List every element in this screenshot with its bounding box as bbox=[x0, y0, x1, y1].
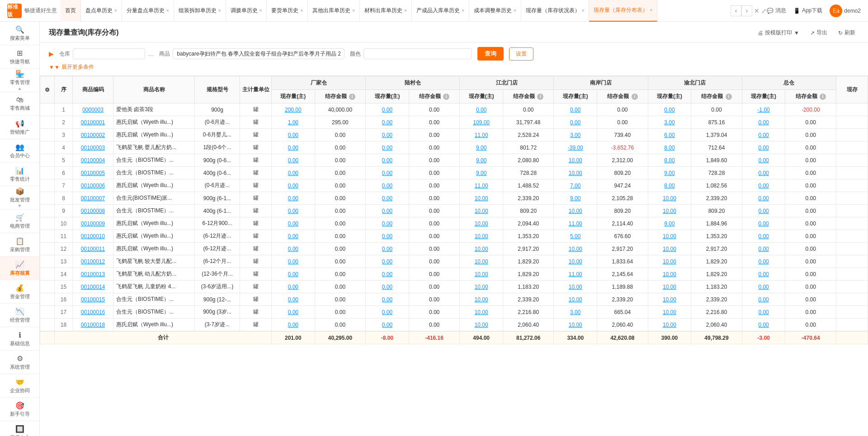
user-menu[interactable]: Ea demo2 bbox=[830, 5, 861, 17]
tab-close-btn[interactable]: × bbox=[166, 8, 169, 13]
tab-[interactable]: 盘点单历史 × bbox=[81, 0, 122, 22]
table-cell[interactable]: 0.00 bbox=[366, 268, 409, 281]
table-cell[interactable]: 0.00 bbox=[272, 205, 315, 217]
table-cell[interactable]: 200.00 bbox=[272, 103, 315, 116]
table-cell[interactable]: 10.00 bbox=[648, 230, 691, 243]
sidebar-item-采购管理[interactable]: 📋采购管理 bbox=[0, 233, 39, 257]
table-cell[interactable]: 10.00 bbox=[460, 205, 503, 217]
tab-[interactable]: 材料出库单历史 × bbox=[360, 0, 412, 22]
table-cell[interactable]: 0.00 bbox=[366, 281, 409, 293]
tab-close-btn[interactable]: × bbox=[259, 8, 262, 13]
table-cell[interactable]: 00100005 bbox=[73, 167, 113, 179]
table-cell[interactable]: 9.00 bbox=[648, 167, 691, 179]
tab-close-btn[interactable]: × bbox=[650, 8, 652, 13]
table-cell[interactable]: 0.00 bbox=[460, 103, 503, 116]
tab-[interactable]: 调拨单历史 × bbox=[226, 0, 267, 22]
table-cell[interactable]: 0.00 bbox=[366, 217, 409, 230]
table-cell[interactable]: 0.00 bbox=[742, 179, 785, 192]
table-cell[interactable]: 00100008 bbox=[73, 205, 113, 217]
table-cell[interactable]: 0.00 bbox=[742, 205, 785, 217]
table-cell[interactable]: 0.00 bbox=[366, 154, 409, 167]
table-cell[interactable]: 9.00 bbox=[460, 167, 503, 179]
sidebar-item-会员中心[interactable]: 👥会员中心 bbox=[0, 139, 39, 163]
tab-close-btn[interactable]: × bbox=[514, 8, 516, 13]
product-input[interactable] bbox=[173, 48, 344, 59]
table-cell[interactable]: 0.00 bbox=[272, 154, 315, 167]
table-cell[interactable]: 9.00 bbox=[460, 154, 503, 167]
table-cell[interactable]: 0.00 bbox=[742, 192, 785, 205]
table-cell[interactable]: 0.00 bbox=[272, 319, 315, 332]
table-cell[interactable]: 0.00 bbox=[366, 205, 409, 217]
table-cell[interactable]: 0.00 bbox=[366, 167, 409, 179]
msg-btn[interactable]: 💬 消息 bbox=[767, 7, 786, 14]
warehouse-input[interactable] bbox=[73, 48, 145, 59]
table-cell[interactable]: 10.00 bbox=[460, 268, 503, 281]
table-cell[interactable]: 0.00 bbox=[366, 306, 409, 319]
table-cell[interactable]: 0.00 bbox=[366, 103, 409, 116]
sidebar-item-经营管理[interactable]: 📉经营管理 bbox=[0, 304, 39, 327]
table-cell[interactable]: 0.00 bbox=[742, 268, 785, 281]
table-cell[interactable]: 0.00 bbox=[742, 319, 785, 332]
tab-[interactable]: 要货单历史 × bbox=[267, 0, 308, 22]
sidebar-item-新手引导[interactable]: 🎯新手引导 bbox=[0, 398, 39, 421]
table-cell[interactable]: 0.00 bbox=[272, 293, 315, 306]
sidebar-item-快捷导航[interactable]: ⊞快捷导航 bbox=[0, 45, 39, 69]
table-cell[interactable]: 7.00 bbox=[554, 179, 597, 192]
tab-close-btn[interactable]: × bbox=[300, 8, 303, 13]
table-cell[interactable]: 0.00 bbox=[272, 192, 315, 205]
tab-[interactable]: 其他出库单历史 × bbox=[308, 0, 360, 22]
tab-close-btn[interactable]: × bbox=[352, 8, 355, 13]
table-cell[interactable]: 10.00 bbox=[460, 243, 503, 255]
export-btn[interactable]: ↗ 导出 bbox=[807, 27, 831, 38]
table-cell[interactable]: 0.00 bbox=[742, 217, 785, 230]
table-cell[interactable]: 0.00 bbox=[366, 141, 409, 154]
table-cell[interactable]: 10.00 bbox=[460, 255, 503, 268]
sidebar-item-企业协同[interactable]: 🤝企业协同 bbox=[0, 374, 39, 398]
sidebar-item-库存核算[interactable]: 📈库存核算 bbox=[0, 257, 39, 280]
table-cell[interactable]: 5.00 bbox=[554, 230, 597, 243]
table-cell[interactable]: 0.00 bbox=[366, 243, 409, 255]
table-cell[interactable]: 0.00 bbox=[742, 306, 785, 319]
table-cell[interactable]: 00100009 bbox=[73, 217, 113, 230]
table-cell[interactable]: 10.00 bbox=[460, 217, 503, 230]
table-cell[interactable]: 10.00 bbox=[554, 255, 597, 268]
table-cell[interactable]: 0.00 bbox=[366, 129, 409, 141]
table-cell[interactable]: 0.00 bbox=[742, 281, 785, 293]
tab-[interactable]: 分量盘点单历史 × bbox=[122, 0, 174, 22]
table-cell[interactable]: 0.00 bbox=[366, 230, 409, 243]
table-cell[interactable]: 10.00 bbox=[648, 205, 691, 217]
table-cell[interactable]: 3.00 bbox=[554, 306, 597, 319]
table-cell[interactable]: 10.00 bbox=[460, 306, 503, 319]
table-cell[interactable]: 0.00 bbox=[742, 116, 785, 129]
color-input[interactable] bbox=[363, 48, 472, 59]
tab-[interactable]: 成本调整单历史 × bbox=[469, 0, 521, 22]
table-cell[interactable]: 0.00 bbox=[366, 179, 409, 192]
table-cell[interactable]: 0.00 bbox=[272, 255, 315, 268]
table-cell[interactable]: 0.00 bbox=[272, 179, 315, 192]
tab-[interactable]: 组装拆卸单历史 × bbox=[174, 0, 226, 22]
table-cell[interactable]: 11.00 bbox=[554, 268, 597, 281]
tab-close-btn[interactable]: × bbox=[404, 8, 407, 13]
table-cell[interactable]: 0.00 bbox=[366, 293, 409, 306]
sidebar-item-搜索英单[interactable]: 🔍搜索英单 bbox=[0, 22, 39, 45]
table-cell[interactable]: 10.00 bbox=[554, 167, 597, 179]
table-cell[interactable]: 1.00 bbox=[272, 116, 315, 129]
expand-filter-btn[interactable]: ▼▼ 展开更多条件 bbox=[49, 63, 859, 71]
table-cell[interactable]: 10.00 bbox=[554, 243, 597, 255]
table-cell[interactable]: 0.00 bbox=[554, 103, 597, 116]
tab-close-all-btn[interactable]: ✕ bbox=[754, 7, 760, 14]
table-cell[interactable]: 00100018 bbox=[73, 319, 113, 332]
table-cell[interactable]: 00100004 bbox=[73, 154, 113, 167]
th-gear[interactable]: ⚙ bbox=[40, 76, 55, 103]
table-cell[interactable]: 10.00 bbox=[460, 319, 503, 332]
table-cell[interactable]: 00100014 bbox=[73, 281, 113, 293]
sidebar-item-营销推广[interactable]: 📢营销推广 bbox=[0, 116, 39, 139]
table-cell[interactable]: 0.00 bbox=[742, 167, 785, 179]
table-cell[interactable]: 00100001 bbox=[73, 116, 113, 129]
table-cell[interactable]: 0.00 bbox=[742, 129, 785, 141]
table-cell[interactable]: 0.00 bbox=[648, 103, 691, 116]
table-cell[interactable]: 0.00 bbox=[272, 281, 315, 293]
table-cell[interactable]: 00100010 bbox=[73, 230, 113, 243]
table-cell[interactable]: 0.00 bbox=[554, 116, 597, 129]
table-cell[interactable]: 9.00 bbox=[648, 217, 691, 230]
